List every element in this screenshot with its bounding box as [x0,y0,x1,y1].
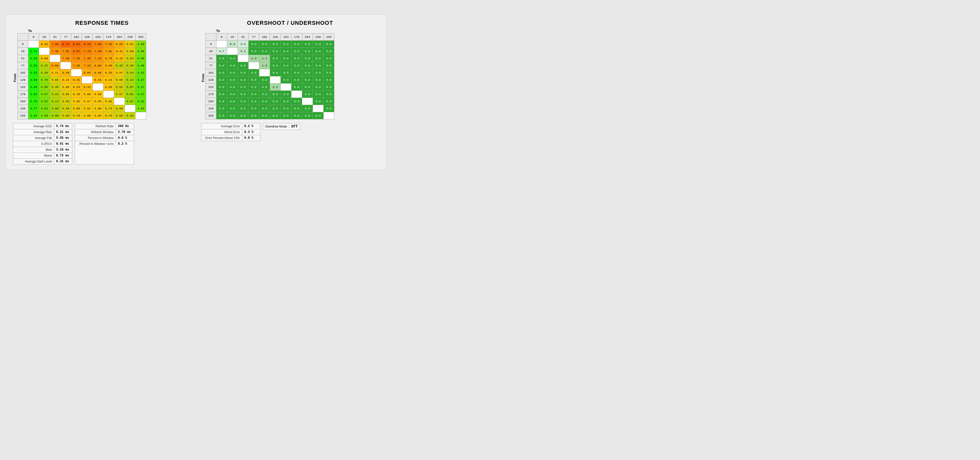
os-cell: 0.0 [248,105,259,112]
rt-row-header: 153 [18,83,28,91]
stats-label: Error Percent Above 15% [201,135,242,141]
rt-cell: 6.41 [114,48,125,55]
os-cell: 1.9 [259,62,270,69]
rt-cell: 5.08 [50,112,60,119]
os-row-header: 179 [206,91,216,97]
os-cell [227,48,238,55]
rt-cell: 5.92 [71,97,82,105]
os-cell: 0.0 [216,83,227,91]
os-cell: 0.0 [313,40,324,48]
table-row: 513.636.097.287.497.457.236.786.185.524.… [18,55,146,62]
rt-cell: 5.40 [50,83,60,91]
os-cell: 0.0 [281,91,291,97]
overshoot-to-label: To [216,29,334,33]
os-cell: 0.0 [227,112,238,119]
rt-cell: 5.97 [82,97,93,105]
rt-cell: 6.56 [103,62,114,69]
rt-cell [93,83,103,91]
os-cell: 0.0 [302,83,313,91]
os-col-header: 255 [324,33,334,40]
rt-cell: 5.33 [114,62,125,69]
os-cell: 0.0 [291,76,302,83]
overshoot-table: 026517710212815317920423025508.33.50.00.… [205,33,334,119]
os-cell: 0.0 [227,91,238,97]
rt-cell: 4.40 [135,62,146,69]
rt-cell: 5.12 [125,76,135,83]
os-col-header: 230 [313,33,324,40]
os-cell: 0.0 [302,55,313,62]
table-row: 263.247.387.528.077.797.587.016.415.684.… [18,48,146,55]
rt-cell: 4.57 [39,91,50,97]
rt-row-header: 179 [18,91,28,97]
rt-col-header: 26 [39,33,50,40]
rt-cell: 5.79 [71,112,82,119]
os-cell: 0.0 [302,91,313,97]
rt-cell: 7.49 [71,55,82,62]
rt-row-header: 26 [18,48,28,55]
rt-cell: 3.60 [28,76,39,83]
rt-cell: 5.08 [50,105,60,112]
stats-label: Worst [13,153,54,158]
stats-row: Refresh Window2.78 ms [75,129,134,135]
rt-cell: 4.59 [39,112,50,119]
response-times-title: RESPONSE TIMES [13,20,191,26]
rt-cell: 7.01 [103,48,114,55]
rt-cell: 4.97 [125,97,135,105]
os-cell: 0.0 [259,112,270,119]
os-cell: 0.0 [313,55,324,62]
os-cell: 0.0 [259,48,270,55]
table-row: 510.00.01.41.10.00.00.00.00.00.0 [206,55,334,62]
rt-cell: 3.70 [28,97,39,105]
os-cell: 0.0 [216,112,227,119]
os-cell: 0.0 [281,76,291,83]
rt-cell: 5.52 [114,83,125,91]
os-cell: 0.0 [227,97,238,105]
os-cell: 0.0 [238,69,248,76]
os-cell: 4.7 [216,48,227,55]
stats-row: 0-255-08.61 ms [13,141,72,147]
os-cell: 8.3 [227,40,238,48]
rt-cell: 4.66 [39,83,50,91]
os-cell: 0.0 [216,55,227,62]
rt-cell: 4.69 [135,40,146,48]
stats-label: Average Dark Level [13,159,54,165]
os-cell: 0.0 [216,91,227,97]
rt-cell: 5.49 [60,105,71,112]
rt-col-header: 77 [60,33,71,40]
stats-label: Percent In Window [75,135,116,141]
rt-cell: 5.74 [103,105,114,112]
rt-cell: 5.87 [114,69,125,76]
os-cell: 0.0 [259,40,270,48]
os-cell: 0.0 [270,91,281,97]
os-cell: 0.0 [238,97,248,105]
rt-cell: 5.23 [50,91,60,97]
overshoot-matrix-wrapper: From To 026517710212815317920423025508.3… [201,29,379,119]
rt-col-header: 153 [93,33,103,40]
table-row: 2043.704.525.135.555.925.975.955.824.974… [18,97,146,105]
rt-cell: 5.88 [93,105,103,112]
os-cell: 0.0 [324,40,334,48]
os-cell [302,97,313,105]
rt-cell: 4.48 [135,55,146,62]
os-col-header: 179 [291,33,302,40]
os-cell: 0.0 [324,105,334,112]
os-cell [248,62,259,69]
os-cell: 0.0 [270,40,281,48]
os-cell: 0.0 [324,48,334,55]
os-cell [216,40,227,48]
os-cell: 0.0 [270,48,281,55]
rt-col-header: 230 [125,33,135,40]
stats-value: 5.74 ms [54,123,72,129]
os-cell: 0.0 [291,105,302,112]
rt-cell: 5.91 [82,105,93,112]
rt-cell [60,62,71,69]
overshoot-stats: Average Error0.2 %Worst Error8.3 %Error … [201,123,260,141]
os-cell: 0.0 [291,62,302,69]
response-times-stats-left: Average G2G5.74 msAverage Rise6.21 msAve… [13,123,72,165]
stats-label: Average G2G [13,123,54,129]
rt-row-header: 255 [18,112,28,119]
rt-cell [103,91,114,97]
os-cell: 0.0 [302,76,313,83]
os-cell: 0.0 [281,69,291,76]
os-cell: 0.0 [324,55,334,62]
